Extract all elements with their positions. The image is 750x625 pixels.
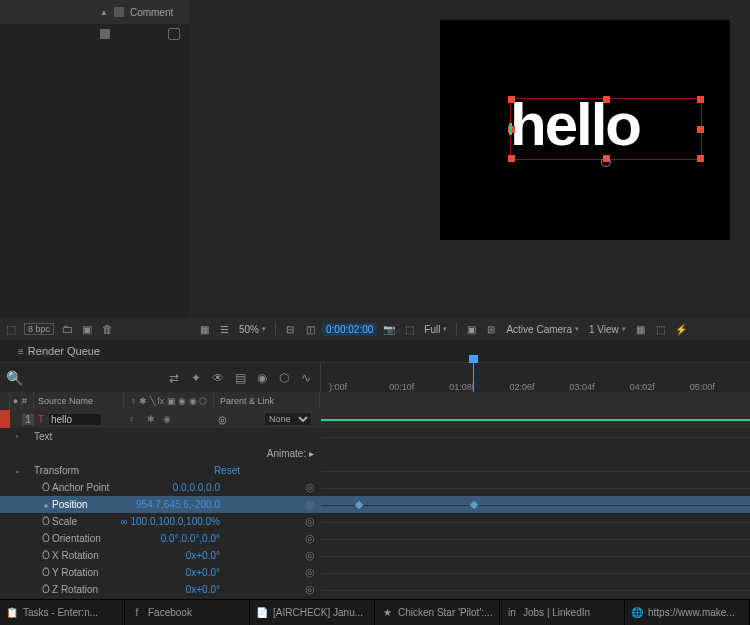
property-value[interactable]: ∞ 100.0,100.0,100.0% bbox=[121, 516, 220, 527]
tab-render-queue[interactable]: ≡ Render Queue bbox=[8, 342, 110, 360]
property-value[interactable]: 0x+0.0° bbox=[186, 584, 220, 595]
interpret-icon[interactable]: ⬚ bbox=[4, 322, 18, 336]
property-row[interactable]: ÖScale∞ 100.0,100.0,100.0%◎ bbox=[0, 513, 750, 530]
twirl-icon[interactable]: › bbox=[12, 432, 22, 441]
source-name-header[interactable]: Source Name bbox=[34, 392, 124, 410]
stopwatch-icon[interactable]: Ö bbox=[40, 516, 52, 527]
property-row[interactable]: ÖAnchor Point0.0,0.0,0.0◎ bbox=[0, 479, 750, 496]
expression-link-icon[interactable]: ◎ bbox=[300, 515, 320, 528]
expression-link-icon[interactable]: ◎ bbox=[300, 532, 320, 545]
resolution-dropdown[interactable]: Full bbox=[421, 324, 450, 335]
time-tick: 04:02f bbox=[630, 382, 690, 392]
bpc-button[interactable]: 8 bpc bbox=[24, 323, 54, 335]
taskbar-label: Jobs | LinkedIn bbox=[523, 607, 590, 618]
composition-canvas[interactable]: hello bbox=[440, 20, 730, 240]
property-value[interactable]: 0x+0.0° bbox=[186, 550, 220, 561]
time-tick: 05:00f bbox=[690, 382, 750, 392]
stopwatch-icon[interactable]: Ö bbox=[40, 567, 52, 578]
property-row[interactable]: ⌄TransformReset bbox=[0, 462, 750, 479]
taskbar-item[interactable]: 🌐https://www.make... bbox=[625, 600, 750, 625]
property-row[interactable]: ÖX Rotation0x+0.0°◎ bbox=[0, 547, 750, 564]
property-row[interactable]: ⬥Position954.7,645.6,-200.0◎ bbox=[0, 496, 750, 513]
grid-icon[interactable]: ▦ bbox=[196, 321, 212, 337]
stopwatch-icon[interactable]: Ö bbox=[40, 533, 52, 544]
property-value[interactable]: Reset bbox=[214, 465, 240, 476]
motionblur-icon[interactable]: ◉ bbox=[254, 370, 270, 386]
stopwatch-icon[interactable]: ⬥ bbox=[40, 499, 52, 510]
twirl-icon[interactable]: ⌄ bbox=[12, 466, 22, 475]
taskbar-item[interactable]: 📄[AIRCHECK] Janu... bbox=[250, 600, 375, 625]
parent-dropdown[interactable]: None bbox=[264, 412, 312, 426]
property-row[interactable]: ÖY Rotation0x+0.0°◎ bbox=[0, 564, 750, 581]
sort-icon[interactable]: ▲ bbox=[100, 8, 108, 17]
expression-link-icon[interactable]: ◎ bbox=[300, 566, 320, 579]
trash-icon[interactable]: 🗑 bbox=[100, 322, 114, 336]
parent-pickwhip[interactable]: ◎ bbox=[214, 414, 264, 425]
zoom-dropdown[interactable]: 50% bbox=[236, 324, 269, 335]
resize-handle[interactable] bbox=[508, 96, 515, 103]
view-option-icon[interactable]: ▦ bbox=[633, 321, 649, 337]
property-value[interactable]: 0x+0.0° bbox=[186, 567, 220, 578]
shy-icon[interactable]: 👁 bbox=[210, 370, 226, 386]
property-value[interactable]: 0.0,0.0,0.0 bbox=[173, 482, 220, 493]
region-icon[interactable]: ▣ bbox=[463, 321, 479, 337]
draft3d-icon[interactable]: ✦ bbox=[188, 370, 204, 386]
visibility-column[interactable]: ● bbox=[10, 392, 22, 410]
new-comp-icon[interactable]: ▣ bbox=[80, 322, 94, 336]
layer-color[interactable] bbox=[0, 410, 10, 428]
resize-handle[interactable] bbox=[603, 96, 610, 103]
parent-header: Parent & Link bbox=[214, 392, 320, 410]
views-dropdown[interactable]: 1 View bbox=[586, 324, 629, 335]
taskbar-item[interactable]: 📋Tasks - Enter:n... bbox=[0, 600, 125, 625]
keyframe-icon[interactable] bbox=[470, 500, 478, 508]
taskbar-item[interactable]: fFacebook bbox=[125, 600, 250, 625]
channel-icon[interactable]: ⊟ bbox=[282, 321, 298, 337]
expression-link-icon[interactable]: ◎ bbox=[300, 549, 320, 562]
taskbar-item[interactable]: inJobs | LinkedIn bbox=[500, 600, 625, 625]
property-row[interactable]: ›Text bbox=[0, 428, 750, 445]
mask-icon[interactable]: ☰ bbox=[216, 321, 232, 337]
draft-icon[interactable]: ⬚ bbox=[653, 321, 669, 337]
property-value[interactable]: 954.7,645.6,-200.0 bbox=[136, 499, 220, 510]
tag-icon[interactable] bbox=[114, 7, 124, 17]
property-row[interactable]: ÖZ Rotation0x+0.0°◎ bbox=[0, 581, 750, 598]
resize-handle[interactable] bbox=[697, 96, 704, 103]
frameblend-icon[interactable]: ▤ bbox=[232, 370, 248, 386]
stopwatch-icon[interactable]: Ö bbox=[40, 584, 52, 595]
property-row[interactable]: ÖOrientation0.0°,0.0°,0.0°◎ bbox=[0, 530, 750, 547]
resize-handle[interactable] bbox=[697, 155, 704, 162]
camera-dropdown[interactable]: Active Camera bbox=[503, 324, 582, 335]
project-item[interactable] bbox=[0, 24, 190, 44]
layer-name[interactable] bbox=[48, 413, 124, 426]
expression-link-icon[interactable]: ◎ bbox=[300, 481, 320, 494]
comp-flowchart-icon[interactable]: ⇄ bbox=[166, 370, 182, 386]
expression-link-icon[interactable]: ◎ bbox=[300, 583, 320, 596]
transparency-icon[interactable]: ⬚ bbox=[401, 321, 417, 337]
expression-icon[interactable]: ∿ bbox=[298, 370, 314, 386]
timecode-display[interactable]: 0:00:02:00 bbox=[322, 323, 377, 336]
guides-icon[interactable]: ⊞ bbox=[483, 321, 499, 337]
layer-name-input[interactable] bbox=[48, 413, 102, 426]
keyframe-icon[interactable] bbox=[355, 500, 363, 508]
search-icon[interactable]: 🔍 bbox=[6, 370, 23, 386]
number-header[interactable]: # bbox=[22, 392, 34, 410]
taskbar-item[interactable]: ★Chicken Star 'Pilot':... bbox=[375, 600, 500, 625]
stopwatch-icon[interactable]: Ö bbox=[40, 482, 52, 493]
anchor-point-icon[interactable] bbox=[601, 157, 611, 167]
camera-icon[interactable]: 📷 bbox=[381, 321, 397, 337]
stopwatch-icon[interactable]: Ö bbox=[40, 550, 52, 561]
new-bin-icon[interactable]: 🗀 bbox=[60, 322, 74, 336]
animate-button[interactable]: Animate: ▸ bbox=[267, 448, 314, 459]
fast-preview-icon[interactable]: ⚡ bbox=[673, 321, 689, 337]
expression-link-icon[interactable]: ◎ bbox=[300, 498, 320, 511]
layer-row[interactable]: 1 T ♀ ✱ ◉ ◎ None bbox=[0, 410, 750, 428]
snapshot-icon[interactable]: ◫ bbox=[302, 321, 318, 337]
project-header: ▲ Comment bbox=[0, 0, 190, 24]
resize-handle[interactable] bbox=[697, 126, 704, 133]
resize-handle[interactable] bbox=[508, 155, 515, 162]
time-ruler[interactable]: ):00f00:10f01:08f02:06f03:04f04:02f05:00… bbox=[320, 363, 750, 392]
graph-icon[interactable]: ⬡ bbox=[276, 370, 292, 386]
layer-switches[interactable]: ♀ ✱ ◉ bbox=[124, 414, 214, 424]
property-value[interactable]: 0.0°,0.0°,0.0° bbox=[161, 533, 220, 544]
current-time-indicator[interactable] bbox=[473, 363, 474, 392]
